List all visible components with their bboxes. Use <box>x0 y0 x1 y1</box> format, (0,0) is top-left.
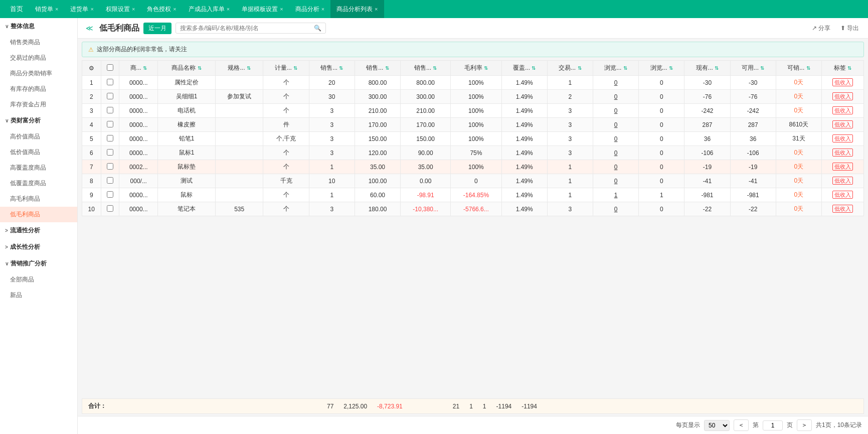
export-icon: ⬆ <box>840 25 845 32</box>
close-template-settings[interactable]: × <box>280 6 283 12</box>
row-checkbox[interactable] <box>101 160 119 174</box>
col-sales-price[interactable]: 销售... ⇅ <box>355 61 400 76</box>
nav-purchase-order[interactable]: 进货单 × <box>64 0 99 18</box>
nav-home[interactable]: 首页 <box>4 0 29 18</box>
col-browse1[interactable]: 浏览... ⇅ <box>593 61 638 76</box>
close-permissions[interactable]: × <box>132 6 135 12</box>
row-unit: 个 <box>263 202 309 216</box>
sidebar-item-low-margin[interactable]: 低毛利商品 <box>0 207 77 222</box>
page-input[interactable] <box>763 420 783 430</box>
search-icon[interactable]: 🔍 <box>314 25 321 32</box>
close-product-stock[interactable]: × <box>227 6 230 12</box>
nav-product-analysis[interactable]: 商品分析 × <box>289 0 330 18</box>
sidebar-section-wealth[interactable]: ∨ 类财富分析 <box>0 112 77 129</box>
nav-template-settings[interactable]: 单据模板设置 × <box>236 0 289 18</box>
sidebar-item-sales-goods[interactable]: 销售类商品 <box>0 35 77 50</box>
search-input[interactable] <box>180 25 314 32</box>
sidebar-item-low-value[interactable]: 低价值商品 <box>0 144 77 160</box>
row-sales-qty: 1 <box>309 160 355 174</box>
row-index: 9 <box>82 188 101 202</box>
row-gross-margin: 0 <box>451 174 501 188</box>
col-gross-margin[interactable]: 毛利率 ⇅ <box>451 61 501 76</box>
sidebar-item-category-rate[interactable]: 商品分类助销率 <box>0 66 77 81</box>
row-browse1[interactable]: 0 <box>593 104 638 118</box>
sidebar-section-marketing[interactable]: ∨ 营销推广分析 <box>0 255 77 272</box>
row-checkbox[interactable] <box>101 104 119 118</box>
sidebar-item-all-goods[interactable]: 全部商品 <box>0 272 77 287</box>
nav-sales-order[interactable]: 销货单 × <box>29 0 64 18</box>
col-browse2[interactable]: 浏览... ⇅ <box>639 61 684 76</box>
row-saleable-days: 0天 <box>776 188 821 202</box>
nav-role-auth[interactable]: 角色授权 × <box>141 0 182 18</box>
col-unit[interactable]: 计量... ⇅ <box>263 61 309 76</box>
row-browse1[interactable]: 0 <box>593 118 638 132</box>
row-checkbox[interactable] <box>101 118 119 132</box>
col-sales-amount[interactable]: 销售... ⇅ <box>401 61 451 76</box>
row-checkbox[interactable] <box>101 90 119 104</box>
row-browse1[interactable]: 1 <box>593 188 638 202</box>
row-saleable-days: 0天 <box>776 202 821 216</box>
col-saleable-days[interactable]: 可销... ⇅ <box>776 61 821 76</box>
row-transaction: 1 <box>547 174 593 188</box>
row-sales-price: 170.00 <box>355 118 400 132</box>
select-all-checkbox[interactable] <box>107 64 113 71</box>
nav-product-stock[interactable]: 产成品入库单 × <box>183 0 236 18</box>
row-code: 000/... <box>119 174 158 188</box>
sidebar-item-stocked-goods[interactable]: 有库存的商品 <box>0 81 77 97</box>
row-checkbox[interactable] <box>101 132 119 146</box>
col-coverage[interactable]: 覆盖... ⇅ <box>501 61 547 76</box>
close-product-analysis-list[interactable]: × <box>375 6 378 12</box>
sidebar-item-low-coverage[interactable]: 低覆盖度商品 <box>0 176 77 191</box>
col-code[interactable]: 商... ⇅ <box>119 61 158 76</box>
col-tag[interactable]: 标签 ⇅ <box>822 61 864 76</box>
sidebar-item-high-value[interactable]: 高价值商品 <box>0 129 77 144</box>
row-checkbox[interactable] <box>101 76 119 90</box>
row-browse1[interactable]: 0 <box>593 160 638 174</box>
next-page-btn[interactable]: ＞ <box>797 419 812 431</box>
close-role-auth[interactable]: × <box>173 6 176 12</box>
row-checkbox[interactable] <box>101 188 119 202</box>
row-browse1[interactable]: 0 <box>593 146 638 160</box>
col-current-stock[interactable]: 现有... ⇅ <box>684 61 730 76</box>
row-browse1[interactable]: 0 <box>593 174 638 188</box>
sidebar-item-stock-funds[interactable]: 库存资金占用 <box>0 97 77 112</box>
prev-page-btn[interactable]: ＜ <box>734 419 749 431</box>
close-product-analysis[interactable]: × <box>321 6 324 12</box>
row-browse1[interactable]: 0 <box>593 76 638 90</box>
collapse-sidebar-btn[interactable]: ≪ <box>84 22 95 34</box>
row-browse1[interactable]: 0 <box>593 132 638 146</box>
col-transaction[interactable]: 交易... ⇅ <box>547 61 593 76</box>
close-purchase-order[interactable]: × <box>90 6 93 12</box>
table-row: 3 0000... 电话机 个 3 210.00 210.00 100% 1.4… <box>82 104 864 118</box>
row-spec <box>215 174 263 188</box>
sidebar-item-new-goods[interactable]: 新品 <box>0 287 77 303</box>
col-settings[interactable]: ⚙ <box>82 61 101 76</box>
row-sales-price: 800.00 <box>355 76 400 90</box>
sidebar-section-growth[interactable]: > 成长性分析 <box>0 239 77 255</box>
table-wrapper[interactable]: ⚙ 商... ⇅ 商品名称 ⇅ 规格... ⇅ 计量... ⇅ 销售... ⇅ … <box>78 60 868 398</box>
col-spec[interactable]: 规格... ⇅ <box>215 61 263 76</box>
time-filter-btn[interactable]: 近一月 <box>143 23 171 34</box>
col-available-stock[interactable]: 可用... ⇅ <box>730 61 776 76</box>
share-btn[interactable]: ↗ 分享 <box>809 23 833 34</box>
export-btn[interactable]: ⬆ 导出 <box>837 23 862 34</box>
sidebar-item-high-coverage[interactable]: 高覆盖度商品 <box>0 160 77 176</box>
col-checkbox[interactable] <box>101 61 119 76</box>
row-browse1[interactable]: 0 <box>593 90 638 104</box>
sidebar-item-traded-goods[interactable]: 交易过的商品 <box>0 50 77 66</box>
row-browse1[interactable]: 0 <box>593 202 638 216</box>
col-name[interactable]: 商品名称 ⇅ <box>158 61 216 76</box>
row-checkbox[interactable] <box>101 202 119 216</box>
row-checkbox[interactable] <box>101 174 119 188</box>
sidebar-item-high-margin[interactable]: 高毛利商品 <box>0 191 77 207</box>
row-code: 0000... <box>119 188 158 202</box>
close-sales-order[interactable]: × <box>55 6 58 12</box>
nav-product-analysis-list[interactable]: 商品分析列表 × <box>330 0 384 18</box>
sidebar-section-liquidity[interactable]: > 流通性分析 <box>0 222 77 239</box>
page-size-select[interactable]: 50 100 200 <box>704 420 730 431</box>
row-saleable-days: 8610天 <box>776 118 821 132</box>
nav-permissions[interactable]: 权限设置 × <box>100 0 141 18</box>
sidebar-section-overall[interactable]: ∨ 整体信息 <box>0 18 77 35</box>
row-checkbox[interactable] <box>101 146 119 160</box>
col-sales-qty[interactable]: 销售... ⇅ <box>309 61 355 76</box>
